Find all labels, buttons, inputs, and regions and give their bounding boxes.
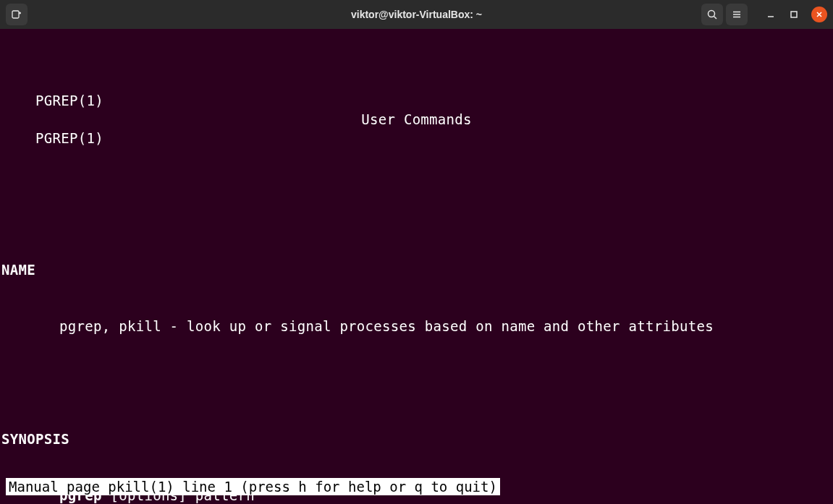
search-button[interactable] xyxy=(701,4,723,25)
svg-point-1 xyxy=(709,11,715,17)
hamburger-menu-button[interactable] xyxy=(726,4,748,25)
window-titlebar: viktor@viktor-VirtualBox: ~ xyxy=(0,0,833,29)
man-status-line: Manual page pkill(1) line 1 (press h for… xyxy=(6,478,500,495)
man-header-right: PGREP(1) xyxy=(35,130,103,146)
window-title: viktor@viktor-VirtualBox: ~ xyxy=(351,9,482,20)
man-header: PGREP(1) User Commands PGREP(1) xyxy=(1,72,832,166)
new-tab-button[interactable] xyxy=(6,4,28,25)
name-line: pgrep, pkill - look up or signal process… xyxy=(1,317,832,336)
section-name: NAME xyxy=(1,260,832,279)
section-synopsis: SYNOPSIS xyxy=(1,430,832,448)
close-button[interactable] xyxy=(811,7,827,22)
svg-rect-0 xyxy=(12,11,19,18)
man-header-center: User Commands xyxy=(361,110,472,129)
svg-rect-2 xyxy=(791,12,797,17)
man-header-left: PGREP(1) xyxy=(35,93,103,108)
maximize-button[interactable] xyxy=(784,4,804,25)
terminal-content[interactable]: PGREP(1) User Commands PGREP(1) NAME pgr… xyxy=(0,29,833,504)
minimize-button[interactable] xyxy=(761,4,781,25)
